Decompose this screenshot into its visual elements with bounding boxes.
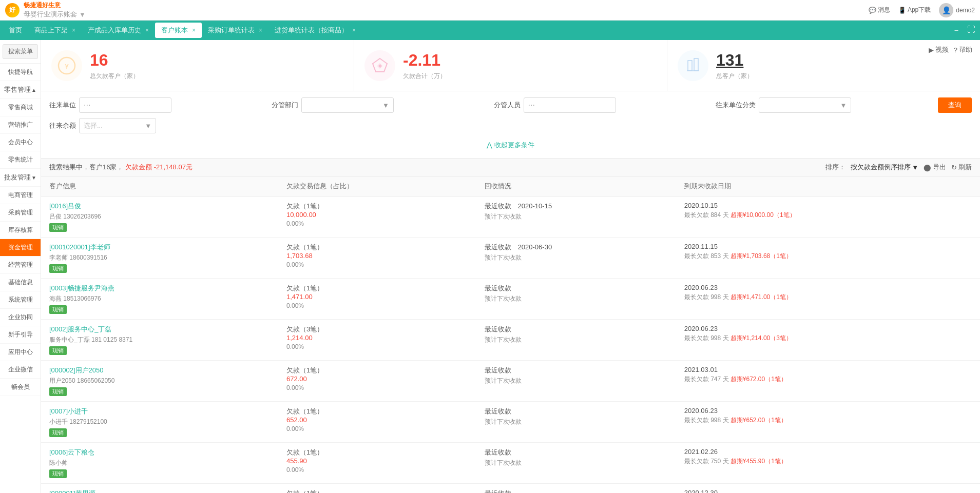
tab-bar: 首页 商品上下架 × 产成品入库单历史 × 客户账本 × 采购订单统计表 × 进…	[0, 21, 980, 40]
results-info: 搜索结果中，客户16家， 欠款金额 -21,148.07元	[49, 163, 193, 172]
dept-label: 分管部门	[272, 101, 298, 110]
table-row: [0001020001]李老师 李老师 18600391516 现销 欠款（1笔…	[41, 238, 980, 279]
tab-import-stats[interactable]: 进货单统计表（按商品） ×	[268, 23, 362, 38]
tab-close-production[interactable]: ×	[145, 27, 149, 34]
customer-name-6[interactable]: [0006]云下粮仓	[49, 448, 270, 457]
sidebar-item-app-center[interactable]: 应用中心	[0, 344, 41, 361]
tab-home[interactable]: 首页	[3, 23, 28, 38]
tab-close-customer[interactable]: ×	[192, 27, 196, 34]
stat-info-3: 131 总客户（家）	[716, 51, 753, 81]
td-debt-1: 欠款（1笔） 1,703.68 0.00%	[278, 238, 476, 279]
avatar: 👤	[939, 3, 953, 17]
customer-tag-0: 现销	[49, 223, 67, 232]
overdue-amount-6[interactable]: 超期¥455.90（1笔）	[731, 458, 787, 465]
td-debt-5: 欠款（1笔） 652.00 0.00%	[278, 402, 476, 443]
customer-name-3[interactable]: [0002]服务中心_丁磊	[49, 325, 270, 334]
collapse-row[interactable]: ⋀ 收起更多条件	[49, 139, 972, 152]
sidebar-item-member-center[interactable]: 会员中心	[0, 134, 41, 151]
td-recovery-1: 最近收款 2020-06-30 预计下次收款	[476, 238, 676, 279]
sidebar-item-finance[interactable]: 资金管理	[0, 239, 41, 257]
sidebar-item-retail-mgmt[interactable]: 零售管理 ▲	[0, 81, 41, 99]
sidebar-item-vip[interactable]: 畅会员	[0, 379, 41, 396]
category-label: 往来单位分类	[716, 101, 756, 110]
due-date-4: 2021.03.01	[684, 366, 972, 373]
sidebar-item-system[interactable]: 系统管理	[0, 291, 41, 309]
sidebar-item-purchase-mgmt[interactable]: 采购管理	[0, 204, 41, 222]
overdue-amount-5[interactable]: 超期¥652.00（1笔）	[731, 417, 787, 424]
td-customer-info-0: [0016]吕俊 吕俊 13026203696 现销	[41, 196, 278, 238]
sidebar-item-retail-mall[interactable]: 零售商城	[0, 99, 41, 116]
tab-close-import[interactable]: ×	[352, 27, 356, 34]
tab-customer-account[interactable]: 客户账本 ×	[155, 23, 202, 38]
sidebar-item-ecommerce[interactable]: 电商管理	[0, 187, 41, 204]
next-payment-5: 预计下次收款	[485, 418, 668, 426]
sort-value-btn[interactable]: 按欠款金额倒序排序 ▼	[851, 163, 918, 172]
dept-select[interactable]: ▼	[301, 97, 394, 113]
sidebar-item-operation[interactable]: 经营管理	[0, 257, 41, 274]
customer-tag-1: 现销	[49, 264, 67, 273]
overdue-amount-2[interactable]: 超期¥1,471.00（1笔）	[731, 293, 792, 301]
balance-select[interactable]: 选择... ▼	[79, 118, 156, 133]
debt-ratio-2: 0.00%	[286, 302, 468, 309]
debt-total-label: 欠款合计（万）	[403, 72, 446, 81]
td-customer-info-5: [0007]小进千 小进千 18279152100 现销	[41, 402, 278, 443]
sort-label: 排序：	[825, 163, 846, 172]
sidebar-item-inventory[interactable]: 库存核算	[0, 222, 41, 239]
manager-label: 分管人员	[494, 101, 521, 110]
td-due-date-5: 2020.06.23 最长欠款 998 天 超期¥652.00（1笔）	[676, 402, 980, 443]
tab-close-goods[interactable]: ×	[72, 27, 75, 34]
user-avatar-area[interactable]: 👤 demo2	[939, 3, 975, 17]
latest-payment-7: 最近收款	[485, 489, 668, 493]
customer-name-1[interactable]: [0001020001]李老师	[49, 243, 270, 252]
overdue-amount-3[interactable]: 超期¥1,214.00（3笔）	[731, 334, 792, 342]
store-name: 母婴行业演示账套	[24, 10, 77, 19]
next-payment-1: 预计下次收款	[485, 253, 668, 262]
sidebar-item-marketing[interactable]: 营销推广	[0, 116, 41, 134]
tab-close-purchase[interactable]: ×	[259, 27, 262, 34]
sidebar-item-new-guide[interactable]: 新手引导	[0, 326, 41, 344]
sidebar-item-enterprise-coop[interactable]: 企业协同	[0, 309, 41, 326]
customer-name-2[interactable]: [0003]畅捷服务尹海燕	[49, 284, 270, 293]
td-customer-info-1: [0001020001]李老师 李老师 18600391516 现销	[41, 238, 278, 279]
tab-production[interactable]: 产成品入库单历史 ×	[82, 23, 155, 38]
overdue-amount-0[interactable]: 超期¥10,000.00（1笔）	[731, 211, 796, 219]
tab-minimize-btn[interactable]: －	[950, 24, 963, 37]
sidebar-item-batch-mgmt[interactable]: 批发管理 ▼	[0, 169, 41, 187]
export-icon: ⬤	[924, 164, 931, 171]
manager-input[interactable]: ···	[524, 97, 616, 113]
app-download-btn[interactable]: 📱 App下载	[898, 6, 931, 14]
tab-purchase-order[interactable]: 采购订单统计表 ×	[202, 23, 268, 38]
debt-amount-2: 1,471.00	[286, 293, 468, 301]
overdue-amount-4[interactable]: 超期¥672.00（1笔）	[731, 376, 787, 383]
filter-row-1: 往来单位 ··· 分管部门 ▼ 分管人员 ·	[49, 97, 972, 113]
message-btn[interactable]: 💬 消息	[869, 6, 890, 14]
sidebar-item-enterprise-wechat[interactable]: 企业微信	[0, 361, 41, 379]
store-dropdown-icon[interactable]: ▼	[79, 11, 86, 18]
export-btn[interactable]: ⬤ 导出	[924, 163, 946, 172]
customer-tag-4: 现销	[49, 387, 67, 396]
td-recovery-6: 最近收款 预计下次收款	[476, 443, 676, 484]
th-debt-info: 欠款交易信息（占比）	[278, 176, 476, 196]
overdue-amount-1[interactable]: 超期¥1,703.68（1笔）	[731, 252, 792, 260]
td-recovery-2: 最近收款 预计下次收款	[476, 279, 676, 320]
customer-name-5[interactable]: [0007]小进千	[49, 407, 270, 416]
video-btn[interactable]: ▶ 视频	[929, 45, 949, 54]
help-btn[interactable]: ? 帮助	[954, 45, 972, 54]
stat-card-total-customers: 131 总客户（家） ▶ 视频 ? 帮助	[667, 40, 980, 91]
debt-amount-3: 1,214.00	[286, 334, 468, 342]
sidebar-item-basic-info[interactable]: 基础信息	[0, 274, 41, 291]
refresh-btn[interactable]: ↻ 刷新	[951, 163, 972, 172]
customer-name-0[interactable]: [0016]吕俊	[49, 202, 270, 211]
latest-payment-2: 最近收款	[485, 284, 668, 293]
filter-balance: 往来余额 选择... ▼	[49, 118, 972, 133]
search-menu-btn[interactable]: 搜索菜单	[3, 44, 38, 59]
supplier-input[interactable]: ···	[79, 97, 171, 113]
tab-goods[interactable]: 商品上下架 ×	[28, 23, 82, 38]
customer-name-7[interactable]: [000001]黄思源	[49, 489, 270, 493]
category-select[interactable]: ▼	[759, 97, 851, 113]
search-btn[interactable]: 查询	[938, 97, 972, 113]
tab-maximize-btn[interactable]: ⛶	[965, 24, 977, 37]
customer-name-4[interactable]: [000002]用户2050	[49, 366, 270, 375]
sidebar-item-quick-nav[interactable]: 快捷导航	[0, 64, 41, 81]
sidebar-item-retail-stats[interactable]: 零售统计	[0, 151, 41, 169]
